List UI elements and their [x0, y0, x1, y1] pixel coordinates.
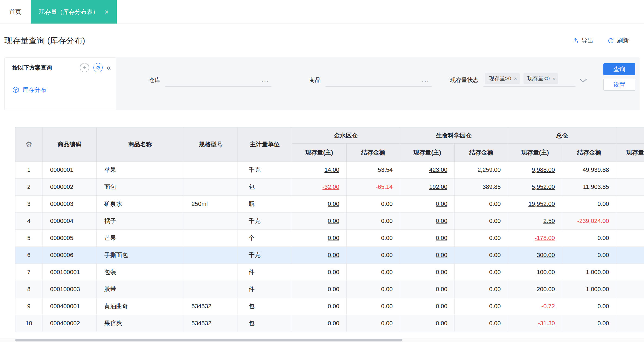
table-cell: 件: [238, 264, 292, 281]
qty-cell[interactable]: -0.72: [508, 298, 562, 315]
tag-close-icon[interactable]: ×: [514, 76, 517, 81]
column-settings-icon[interactable]: ⚙: [25, 140, 32, 149]
qty-cell[interactable]: 0.00: [400, 230, 455, 247]
col-header-product-code: 商品编码: [43, 127, 97, 162]
table-cell: 0.00: [347, 230, 400, 247]
product-input[interactable]: ···: [326, 75, 432, 87]
qty-cell[interactable]: 423.00: [400, 162, 455, 179]
qty-cell[interactable]: 100.00: [508, 264, 562, 281]
table-cell: 果倍爽: [97, 315, 184, 332]
table-cell: 3: [15, 196, 43, 213]
qty-cell[interactable]: 192.00: [400, 179, 455, 196]
qty-cell[interactable]: 0.00: [292, 213, 347, 230]
group-header-warehouse: 生命科学园仓: [400, 127, 508, 144]
qty-cell[interactable]: 0.00: [400, 298, 455, 315]
qty-cell[interactable]: 0.00: [400, 196, 455, 213]
table-cell: 0.00: [455, 298, 508, 315]
horizontal-scrollbar[interactable]: [0, 338, 644, 342]
table-cell: 千克: [238, 162, 292, 179]
qty-cell[interactable]: 5,952.00: [508, 179, 562, 196]
table-row[interactable]: 40000004橘子千克0.000.000.000.002.50-239,024…: [15, 213, 644, 230]
table-cell: [616, 230, 644, 247]
table-row[interactable]: 60000006手撕面包千克0.000.000.000.00300.000.00: [15, 247, 644, 264]
qty-cell[interactable]: 0.00: [292, 264, 347, 281]
scheme-item-inventory-distribution[interactable]: 库存分布: [12, 86, 111, 94]
status-field: 现存量状态 现存量>0 × 现存量<0 ×: [450, 73, 587, 87]
table-cell: -65.14: [347, 179, 400, 196]
ellipsis-icon[interactable]: ···: [262, 78, 269, 85]
table-cell: 9: [15, 298, 43, 315]
group-header-warehouse: 总仓: [508, 127, 616, 144]
qty-cell[interactable]: -32.00: [292, 179, 347, 196]
qty-cell[interactable]: 0.00: [400, 281, 455, 298]
qty-cell[interactable]: 9,988.00: [508, 162, 562, 179]
qty-cell[interactable]: 0.00: [292, 230, 347, 247]
table-cell: 4: [15, 213, 43, 230]
table-cell: [616, 213, 644, 230]
table-cell: 534532: [184, 315, 238, 332]
qty-cell[interactable]: 0.00: [400, 315, 455, 332]
tag-close-icon[interactable]: ×: [552, 76, 555, 81]
table-cell: 件: [238, 281, 292, 298]
qty-cell[interactable]: 2.50: [508, 213, 562, 230]
settings-button[interactable]: 设置: [603, 79, 635, 91]
table-cell: 0.00: [562, 230, 616, 247]
qty-cell[interactable]: 0.00: [292, 315, 347, 332]
gear-icon: ⚙: [96, 65, 100, 70]
scheme-settings-button[interactable]: ⚙: [93, 63, 103, 72]
tab-active[interactable]: 现存量（库存分布表） ×: [31, 0, 117, 24]
qty-cell[interactable]: 0.00: [292, 281, 347, 298]
qty-cell[interactable]: 200.00: [508, 281, 562, 298]
table-row[interactable]: 7000100001包装件0.000.000.000.00100.001,000…: [15, 264, 644, 281]
export-button[interactable]: 导出: [572, 37, 593, 45]
table-cell: [616, 196, 644, 213]
table-row[interactable]: 9000400001黄油曲奇534532包0.000.000.000.00-0.…: [15, 298, 644, 315]
table-cell: 0000006: [43, 247, 97, 264]
table-cell: [184, 179, 238, 196]
qty-cell[interactable]: 0.00: [400, 213, 455, 230]
sub-header-partial: 现存量(主): [616, 144, 644, 162]
qty-cell[interactable]: -178.00: [508, 230, 562, 247]
qty-cell[interactable]: 0.00: [292, 298, 347, 315]
refresh-button[interactable]: 刷新: [607, 37, 629, 45]
table-cell: 0.00: [347, 213, 400, 230]
sub-header-amount: 结存金额: [347, 144, 400, 162]
close-tab-icon[interactable]: ×: [105, 8, 109, 15]
table-row[interactable]: 10000001苹果千克14.0053.54423.002,259.009,98…: [15, 162, 644, 179]
tab-home[interactable]: 首页: [0, 0, 31, 24]
product-field: 商品 ···: [309, 75, 432, 87]
title-actions: 导出 刷新: [572, 37, 629, 45]
table-cell: 面包: [97, 179, 184, 196]
table-row[interactable]: 10000400002果倍爽534532包0.000.000.000.00-31…: [15, 315, 644, 332]
qty-cell[interactable]: 0.00: [400, 247, 455, 264]
table-cell: 个: [238, 230, 292, 247]
table-cell: 389.85: [455, 179, 508, 196]
status-tag: 现存量>0 ×: [485, 73, 520, 84]
qty-cell[interactable]: 300.00: [508, 247, 562, 264]
ellipsis-icon[interactable]: ···: [422, 78, 430, 85]
qty-cell[interactable]: 0.00: [292, 196, 347, 213]
filter-buttons: 查询 设置: [603, 63, 635, 91]
status-tags[interactable]: 现存量>0 × 现存量<0 ×: [483, 73, 575, 87]
qty-cell[interactable]: 14.00: [292, 162, 347, 179]
chevron-down-icon[interactable]: [580, 79, 587, 83]
table-row[interactable]: 20000002面包包-32.00-65.14192.00389.855,952…: [15, 179, 644, 196]
qty-cell[interactable]: -31.30: [508, 315, 562, 332]
table-cell: 10: [15, 315, 43, 332]
warehouse-field: 仓库 ···: [149, 75, 271, 87]
table-cell: [184, 213, 238, 230]
table-row[interactable]: 8000100003胶带件0.000.000.000.00200.001,000…: [15, 281, 644, 298]
table-row[interactable]: 50000005芒果个0.000.000.000.00-178.000.00: [15, 230, 644, 247]
warehouse-input[interactable]: ···: [165, 75, 271, 87]
table-cell: 苹果: [97, 162, 184, 179]
collapse-panel-icon[interactable]: «: [106, 63, 111, 72]
scheme-title: 按以下方案查询: [12, 64, 76, 71]
table-row[interactable]: 30000003矿泉水250ml瓶0.000.000.000.0019,952.…: [15, 196, 644, 213]
scrollbar-thumb[interactable]: [15, 339, 402, 341]
query-button[interactable]: 查询: [603, 63, 635, 75]
qty-cell[interactable]: 19,952.00: [508, 196, 562, 213]
qty-cell[interactable]: 0.00: [292, 247, 347, 264]
qty-cell[interactable]: 0.00: [400, 264, 455, 281]
table-cell: [616, 179, 644, 196]
add-scheme-button[interactable]: +: [80, 63, 89, 72]
